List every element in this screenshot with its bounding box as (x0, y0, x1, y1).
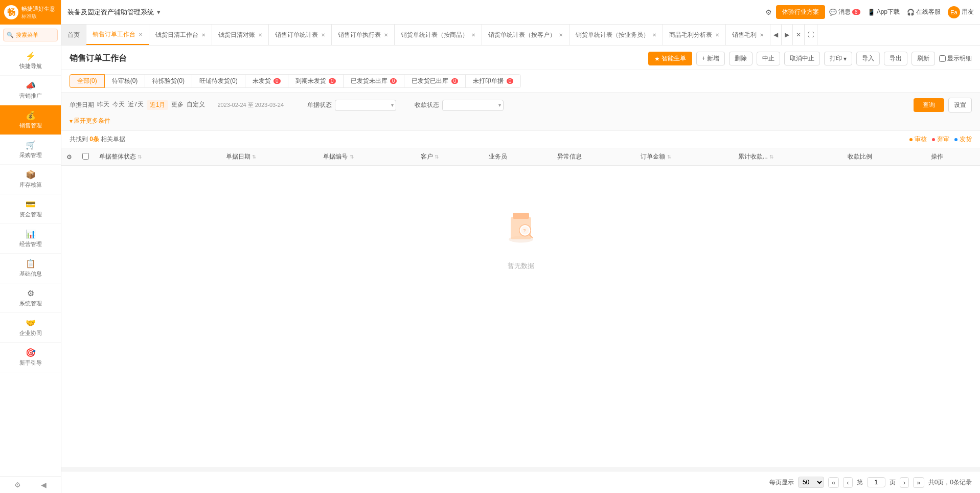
show-details-checkbox-label[interactable]: 显示明细 (939, 54, 972, 63)
sidebar-settings-icon[interactable]: ⚙ (14, 481, 21, 489)
tab-sales-summary-staff[interactable]: 销货单统计表（按业务员） ✕ (569, 25, 663, 45)
date-7days[interactable]: 近7天 (128, 100, 144, 110)
tab-sales-stats[interactable]: 销售订单统计表 ✕ (269, 25, 332, 45)
sidebar-item-inventory[interactable]: 📦 库存核算 (0, 165, 61, 194)
cancel-review-action-button[interactable]: 弃审 (932, 135, 949, 144)
tab-sales-exec[interactable]: 销售订单执行表 ✕ (332, 25, 395, 45)
suspend-button[interactable]: 中止 (757, 52, 780, 65)
tab-next-button[interactable]: ▶ (782, 25, 793, 45)
tab-close-summary-customer[interactable]: ✕ (559, 32, 563, 38)
date-yesterday[interactable]: 昨天 (97, 100, 109, 110)
page-number-input[interactable] (867, 477, 885, 487)
filter-tab-all[interactable]: 全部(0) (70, 74, 105, 88)
cancel-suspend-button[interactable]: 取消中止 (784, 52, 820, 65)
review-action-button[interactable]: 审核 (909, 135, 927, 144)
sidebar-item-guide[interactable]: 🎯 新手引导 (0, 343, 61, 372)
show-details-checkbox[interactable] (939, 55, 946, 62)
system-dropdown-icon[interactable]: ▾ (157, 8, 161, 16)
user-area[interactable]: Ea 用友 (948, 6, 974, 18)
print-button[interactable]: 打印 ▾ (824, 52, 852, 65)
ship-action-button[interactable]: 发货 (954, 135, 972, 144)
page-size-select[interactable]: 50 10 20 100 (798, 477, 824, 488)
message-button[interactable]: 💬 消息 6 (829, 8, 860, 16)
date-1month[interactable]: 近1月 (147, 100, 169, 110)
settings-button[interactable]: 设置 (948, 98, 972, 113)
first-page-button[interactable]: « (828, 477, 839, 488)
filter-tab-pending-review[interactable]: 待审核(0) (104, 74, 146, 88)
sort-number-icon[interactable]: ⇅ (350, 154, 354, 160)
filter-tab-wangpu[interactable]: 旺铺待发货(0) (192, 74, 245, 88)
select-all-checkbox[interactable] (82, 153, 89, 160)
sidebar-item-finance[interactable]: 💳 资金管理 (0, 194, 61, 224)
last-page-button[interactable]: » (913, 477, 924, 488)
add-button[interactable]: + 新增 (696, 52, 725, 65)
sort-collected-icon[interactable]: ⇅ (769, 154, 773, 160)
sidebar-item-basic-info[interactable]: 📋 基础信息 (0, 254, 61, 283)
tab-sales-summary-customer[interactable]: 销货单统计表（按客户） ✕ (482, 25, 569, 45)
tab-close-sales-stats[interactable]: ✕ (321, 32, 325, 38)
quick-nav-icon: ⚡ (26, 51, 36, 61)
import-button[interactable]: 导入 (856, 52, 880, 65)
tab-margin-analysis[interactable]: 商品毛利分析表 ✕ (663, 25, 726, 45)
tab-sales-summary-product[interactable]: 销货单统计表（按商品） ✕ (395, 25, 482, 45)
sidebar-item-sales[interactable]: 💰 销售管理 (0, 105, 61, 135)
tab-close-summary-staff[interactable]: ✕ (652, 32, 656, 38)
export-button[interactable]: 导出 (884, 52, 907, 65)
next-page-button[interactable]: › (900, 477, 909, 488)
sidebar-item-purchase[interactable]: 🛒 采购管理 (0, 135, 61, 165)
th-checkbox[interactable] (77, 148, 94, 166)
tab-close-cash-daily[interactable]: ✕ (201, 32, 206, 38)
app-download-button[interactable]: 📱 App下载 (868, 8, 900, 16)
tab-close-cash-reconcile[interactable]: ✕ (258, 32, 262, 38)
online-service-button[interactable]: 🎧 在线客服 (907, 8, 941, 16)
sort-date-icon[interactable]: ⇅ (252, 154, 256, 160)
tab-close-sales-exec[interactable]: ✕ (384, 32, 388, 38)
sidebar-item-marketing[interactable]: 📣 营销推广 (0, 76, 61, 105)
tab-close-profit[interactable]: ✕ (760, 32, 764, 38)
tab-close-all-button[interactable]: ✕ (793, 25, 805, 45)
smart-create-button[interactable]: ★ 智能生单 (648, 52, 692, 65)
refresh-button[interactable]: 刷新 (911, 52, 935, 65)
tab-close-summary-product[interactable]: ✕ (471, 32, 475, 38)
filter-tab-pending-inspect[interactable]: 待拣验货(0) (145, 74, 192, 88)
expand-conditions-button[interactable]: ▾ 展开更多条件 (70, 117, 972, 125)
tab-close-margin[interactable]: ✕ (715, 32, 719, 38)
tab-close-sales-workbench[interactable]: ✕ (139, 32, 143, 37)
sales-icon: 💰 (26, 110, 36, 120)
filter-tab-expired[interactable]: 到期未发货 0 (288, 74, 344, 88)
tab-sales-profit[interactable]: 销售毛利 ✕ (726, 25, 770, 45)
filter-tab-unprinted[interactable]: 未打印单据 0 (465, 74, 521, 88)
sidebar-bottom: ⚙ ◀ (0, 476, 61, 493)
date-today[interactable]: 今天 (112, 100, 125, 110)
tab-maximize-button[interactable]: ⛶ (805, 25, 817, 45)
tab-cash-reconcile[interactable]: 钱货日清对账 ✕ (212, 25, 269, 45)
payment-select-wrapper (442, 100, 504, 111)
delete-button[interactable]: 删除 (729, 52, 753, 65)
horizontal-scrollbar[interactable] (61, 467, 980, 471)
tab-home[interactable]: 首页 (61, 25, 86, 45)
tab-sales-workbench[interactable]: 销售订单工作台 ✕ (86, 25, 149, 45)
date-custom[interactable]: 自定义 (187, 100, 205, 110)
prev-page-button[interactable]: ‹ (843, 477, 852, 488)
search-menu-button[interactable]: 🔍 搜索菜单 (3, 29, 58, 41)
status-select[interactable] (335, 100, 396, 111)
topbar-settings-icon[interactable]: ⚙ (765, 8, 772, 16)
sidebar-item-operations[interactable]: 📊 经营管理 (0, 224, 61, 254)
industry-solution-button[interactable]: 体验行业方案 (776, 5, 825, 19)
sort-amount-icon[interactable]: ⇅ (667, 154, 671, 160)
date-more[interactable]: 更多 (171, 100, 184, 110)
filter-tab-shipped-out[interactable]: 已发货已出库 0 (404, 74, 466, 88)
payment-select[interactable] (442, 100, 504, 111)
filter-tab-unshipped[interactable]: 未发货 0 (245, 74, 288, 88)
tab-prev-button[interactable]: ◀ (770, 25, 782, 45)
tab-cash-daily[interactable]: 钱货日清工作台 ✕ (149, 25, 212, 45)
sidebar-item-quick-nav[interactable]: ⚡ 快捷导航 (0, 46, 61, 76)
sort-customer-icon[interactable]: ⇅ (435, 154, 439, 160)
sidebar-collapse-icon[interactable]: ◀ (41, 481, 47, 489)
sidebar-item-system[interactable]: ⚙ 系统管理 (0, 283, 61, 313)
filter-tab-shipped-no-out[interactable]: 已发货未出库 0 (343, 74, 405, 88)
th-settings[interactable]: ⚙ (61, 148, 77, 166)
sidebar-item-enterprise[interactable]: 🤝 企业协同 (0, 313, 61, 343)
query-button[interactable]: 查询 (914, 98, 944, 112)
sort-status-icon[interactable]: ⇅ (138, 154, 142, 160)
